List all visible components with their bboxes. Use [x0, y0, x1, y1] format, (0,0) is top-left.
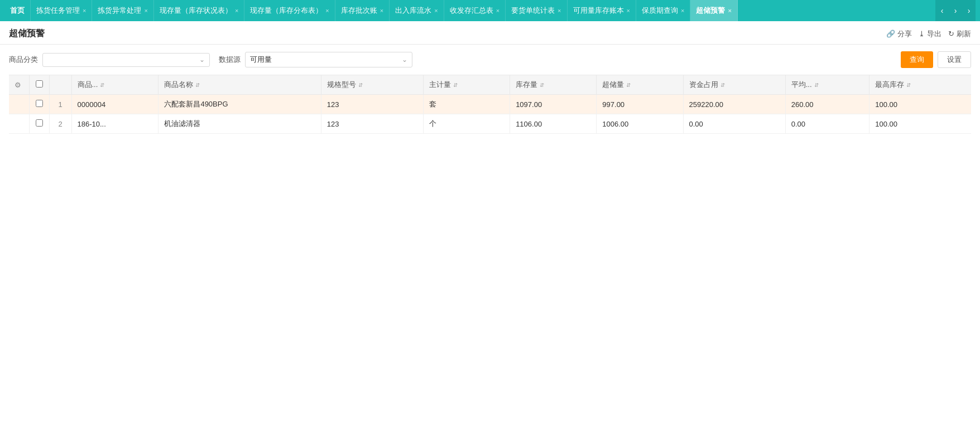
th-settings: ⚙: [9, 75, 29, 95]
nav-tab-task-mgmt[interactable]: 拣货任务管理 ×: [31, 0, 92, 21]
close-icon[interactable]: ×: [496, 7, 499, 14]
table-header-row: ⚙ 商品... ⇵ 商品名称 ⇵: [9, 75, 971, 95]
th-product-name[interactable]: 商品名称 ⇵: [158, 75, 321, 95]
category-filter: 商品分类 ⌄: [9, 53, 210, 67]
refresh-button[interactable]: ↻ 刷新: [948, 29, 971, 39]
th-num: [49, 75, 71, 95]
page-header: 超储预警 🔗 分享 ⤓ 导出 ↻ 刷新: [0, 21, 980, 45]
th-max-stock[interactable]: 最高库存 ⇵: [869, 75, 971, 95]
header-actions: 🔗 分享 ⤓ 导出 ↻ 刷新: [886, 29, 971, 39]
row-stock: 1106.00: [510, 114, 597, 134]
row-overstock: 1006.00: [597, 114, 683, 134]
category-select-value: [47, 56, 50, 64]
table-row[interactable]: 1 0000004 六配套新昌490BPG 123 套 1097.00 997.…: [9, 95, 971, 114]
filter-buttons: 查询 设置: [901, 51, 971, 68]
sort-icon: ⇵: [453, 82, 458, 88]
category-label: 商品分类: [9, 55, 38, 65]
row-capital-used: 0.00: [683, 114, 785, 134]
nav-tab-inventory-dist[interactable]: 现存量（库存分布表） ×: [244, 0, 335, 21]
nav-tab-abnormal-proc[interactable]: 拣货异常处理 ×: [92, 0, 153, 21]
close-icon[interactable]: ×: [434, 7, 438, 14]
nav-tab-available-ledger[interactable]: 可用量库存账本 ×: [568, 0, 636, 21]
row-num: 1: [49, 95, 71, 114]
close-icon[interactable]: ×: [728, 7, 731, 14]
row-settings-cell: [9, 114, 29, 134]
row-product-code: 186-10...: [71, 114, 158, 134]
datasource-filter: 数据源 可用量 ⌄: [219, 52, 412, 67]
row-spec: 123: [321, 95, 423, 114]
table-row[interactable]: 2 186-10... 机油滤清器 123 个 1106.00 1006.00 …: [9, 114, 971, 134]
refresh-icon: ↻: [948, 30, 954, 38]
sort-icon: ⇵: [814, 82, 819, 88]
settings-button[interactable]: 设置: [938, 51, 971, 68]
chevron-down-icon: ⌄: [402, 56, 407, 64]
row-product-code: 0000004: [71, 95, 158, 114]
close-icon[interactable]: ×: [325, 7, 329, 14]
row-checkbox[interactable]: [36, 119, 43, 127]
chevron-down-icon: ⌄: [199, 56, 205, 64]
nav-arrow-controls: ‹ › ›: [935, 0, 976, 21]
th-overstock[interactable]: 超储量 ⇵: [597, 75, 683, 95]
nav-prev-button[interactable]: ‹: [935, 0, 949, 21]
close-icon[interactable]: ×: [144, 7, 147, 14]
nav-tab-quality-query[interactable]: 保质期查询 ×: [636, 0, 690, 21]
row-capital-used: 259220.00: [683, 95, 785, 114]
th-spec[interactable]: 规格型号 ⇵: [321, 75, 423, 95]
sort-icon: ⇵: [100, 82, 104, 88]
datasource-select-value: 可用量: [250, 55, 272, 65]
row-checkbox-cell[interactable]: [29, 95, 49, 114]
row-stock: 1097.00: [510, 95, 597, 114]
sort-icon: ⇵: [626, 82, 631, 88]
row-avg: 0.00: [785, 114, 869, 134]
th-unit[interactable]: 主计量 ⇵: [423, 75, 510, 95]
row-product-name: 机油滤清器: [158, 114, 321, 134]
row-checkbox[interactable]: [36, 100, 43, 107]
nav-tab-inventory-batch[interactable]: 库存批次账 ×: [335, 0, 390, 21]
close-icon[interactable]: ×: [681, 7, 684, 14]
table-body: 1 0000004 六配套新昌490BPG 123 套 1097.00 997.…: [9, 95, 971, 134]
close-icon[interactable]: ×: [83, 7, 86, 14]
th-product-code[interactable]: 商品... ⇵: [71, 75, 158, 95]
row-num: 2: [49, 114, 71, 134]
th-stock[interactable]: 库存量 ⇵: [510, 75, 597, 95]
nav-expand-button[interactable]: ›: [962, 0, 976, 21]
row-spec: 123: [321, 114, 423, 134]
sort-icon: ⇵: [906, 82, 911, 88]
top-navigation: 首页 拣货任务管理 × 拣货异常处理 × 现存量（库存状况表） × 现存量（库存…: [0, 0, 980, 21]
export-icon: ⤓: [919, 30, 925, 38]
datasource-select[interactable]: 可用量 ⌄: [245, 52, 412, 67]
th-capital-used[interactable]: 资金占用 ⇵: [683, 75, 785, 95]
nav-tab-collect-summary[interactable]: 收发存汇总表 ×: [444, 0, 506, 21]
nav-tab-order-stats[interactable]: 要货单统计表 ×: [506, 0, 567, 21]
sort-icon: ⇵: [720, 82, 725, 88]
close-icon[interactable]: ×: [558, 7, 561, 14]
close-icon[interactable]: ×: [380, 7, 383, 14]
row-avg: 260.00: [785, 95, 869, 114]
select-all-checkbox[interactable]: [36, 80, 43, 88]
sort-icon: ⇵: [195, 82, 200, 88]
th-avg[interactable]: 平均... ⇵: [785, 75, 869, 95]
gear-icon[interactable]: ⚙: [15, 81, 21, 89]
overstock-table: ⚙ 商品... ⇵ 商品名称 ⇵: [9, 75, 971, 134]
row-max-stock: 100.00: [869, 95, 971, 114]
close-icon[interactable]: ×: [627, 7, 630, 14]
page-title: 超储预警: [9, 28, 45, 40]
sort-icon: ⇵: [358, 82, 363, 88]
datasource-label: 数据源: [219, 55, 241, 65]
table-container: ⚙ 商品... ⇵ 商品名称 ⇵: [0, 75, 980, 134]
nav-next-button[interactable]: ›: [949, 0, 962, 21]
close-icon[interactable]: ×: [235, 7, 238, 14]
share-button[interactable]: 🔗 分享: [886, 29, 912, 39]
nav-tab-inventory-status[interactable]: 现存量（库存状况表） ×: [154, 0, 244, 21]
row-unit: 个: [423, 114, 510, 134]
sort-icon: ⇵: [540, 82, 544, 88]
nav-tab-inout-flow[interactable]: 出入库流水 ×: [390, 0, 444, 21]
category-select[interactable]: ⌄: [42, 53, 210, 67]
nav-tab-home[interactable]: 首页: [4, 0, 31, 21]
row-max-stock: 100.00: [869, 114, 971, 134]
row-overstock: 997.00: [597, 95, 683, 114]
row-checkbox-cell[interactable]: [29, 114, 49, 134]
nav-tab-overstock-warning[interactable]: 超储预警 ×: [690, 0, 737, 21]
export-button[interactable]: ⤓ 导出: [919, 29, 941, 39]
query-button[interactable]: 查询: [901, 51, 933, 68]
